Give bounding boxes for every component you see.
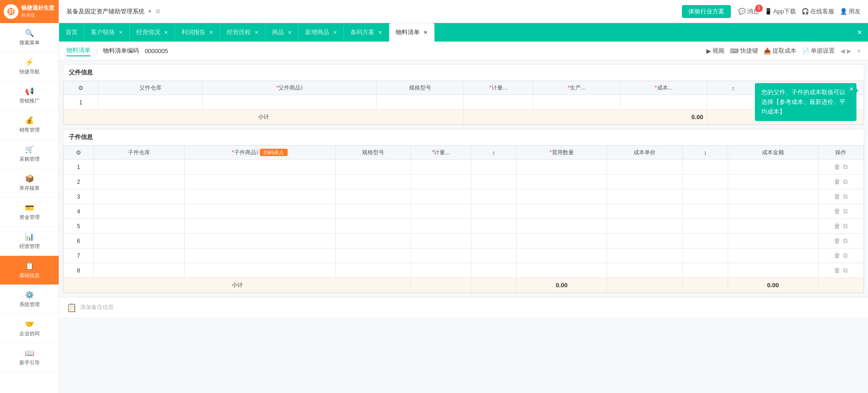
scan-input-btn[interactable]: 扫码录入 [260, 149, 288, 156]
nav-tab-close-5[interactable]: ✕ [288, 30, 292, 36]
copy-icon-0[interactable]: ⧉ [843, 163, 848, 171]
parent-produce-cell[interactable] [533, 95, 620, 110]
delete-icon-5[interactable]: 🗑 [834, 237, 840, 245]
nav-tab-7[interactable]: 条码方案✕ [344, 23, 389, 42]
child-product-2[interactable] [184, 189, 335, 204]
nav-tab-close-1[interactable]: ✕ [119, 30, 123, 36]
copy-icon-2[interactable]: ⧉ [843, 193, 848, 200]
child-qty-4[interactable] [516, 219, 607, 234]
child-spec-7[interactable] [335, 263, 410, 278]
child-cost-2[interactable] [607, 189, 682, 204]
child-product-0[interactable] [184, 160, 335, 175]
extract-cost-btn[interactable]: 📥 提取成本 [764, 47, 796, 55]
nav-tab-0[interactable]: 首页 [59, 23, 84, 42]
nav-tab-close-6[interactable]: ✕ [333, 30, 337, 36]
copy-icon-7[interactable]: ⧉ [843, 266, 848, 274]
copy-icon-5[interactable]: ⧉ [843, 237, 848, 245]
sub-tab-bill[interactable]: 物料清单 [66, 45, 90, 56]
sidebar-item-2[interactable]: 📢营销推广 [0, 81, 59, 110]
shortcut-btn[interactable]: ⌨ 快捷键 [730, 47, 758, 55]
nav-tab-close-2[interactable]: ✕ [164, 30, 168, 36]
next-icon[interactable]: ▶ [847, 48, 851, 54]
child-cost-3[interactable] [607, 204, 682, 219]
child-warehouse-1[interactable] [94, 175, 184, 189]
child-product-7[interactable] [184, 263, 335, 278]
sub-tab-code[interactable]: 物料清单编码 [103, 46, 139, 56]
child-unit-1[interactable] [411, 175, 471, 189]
child-cost-6[interactable] [607, 248, 682, 263]
nav-tab-close-3[interactable]: ✕ [209, 30, 213, 36]
child-product-6[interactable] [184, 248, 335, 263]
child-unit-6[interactable] [411, 248, 471, 263]
user-item[interactable]: 👤 用友 [840, 7, 861, 16]
child-cost-4[interactable] [607, 219, 682, 234]
child-spec-0[interactable] [335, 160, 410, 175]
prev-icon[interactable]: ◀ [840, 48, 845, 54]
child-sort-icon[interactable]: ↕ [492, 149, 495, 156]
sort-icon[interactable]: ↕ [732, 85, 735, 91]
child-warehouse-5[interactable] [94, 234, 184, 248]
child-gear-icon[interactable]: ⚙ [76, 149, 81, 156]
child-warehouse-6[interactable] [94, 248, 184, 263]
nav-tab-close-4[interactable]: ✕ [254, 30, 259, 36]
sidebar-item-0[interactable]: 🔍搜索菜单 [0, 23, 59, 52]
delete-icon-1[interactable]: 🗑 [834, 178, 840, 186]
nav-tab-4[interactable]: 经营历程✕ [220, 23, 265, 42]
dropdown-arrow-icon[interactable]: ▾ [148, 8, 151, 15]
note-icon[interactable]: 📋 [66, 302, 77, 313]
parent-cost-cell[interactable] [620, 95, 707, 110]
nav-tab-2[interactable]: 经营情况✕ [130, 23, 175, 42]
child-qty-2[interactable] [516, 189, 607, 204]
grid-view-icon[interactable]: ≡ [857, 48, 861, 54]
child-product-4[interactable] [184, 219, 335, 234]
nav-tab-close-8[interactable]: ✕ [423, 30, 428, 36]
child-warehouse-4[interactable] [94, 219, 184, 234]
video-btn[interactable]: ▶ 视频 [706, 47, 724, 55]
sidebar-item-4[interactable]: 🛒采购管理 [0, 139, 59, 169]
nav-tab-8[interactable]: 物料清单✕ [389, 23, 434, 42]
close-all-tabs-btn[interactable]: ✕ [851, 29, 868, 36]
trial-btn[interactable]: 体验行业方案 [682, 5, 731, 18]
delete-icon-3[interactable]: 🗑 [834, 207, 840, 215]
sidebar-item-10[interactable]: 🤝企业协同 [0, 314, 59, 343]
sidebar-item-3[interactable]: 💰销售管理 [0, 110, 59, 139]
child-warehouse-0[interactable] [94, 160, 184, 175]
copy-icon-1[interactable]: ⧉ [843, 178, 848, 186]
online-service-item[interactable]: 🎧 在线客服 [802, 7, 834, 16]
child-qty-5[interactable] [516, 234, 607, 248]
nav-tab-5[interactable]: 商品✕ [265, 23, 299, 42]
sidebar-item-9[interactable]: ⚙️系统管理 [0, 285, 59, 314]
delete-icon-4[interactable]: 🗑 [834, 222, 840, 230]
parent-spec-cell[interactable] [377, 95, 464, 110]
sidebar-item-8[interactable]: 📋基础信息 [0, 256, 59, 285]
delete-icon-0[interactable]: 🗑 [834, 163, 840, 171]
nav-tab-1[interactable]: 客户联络✕ [84, 23, 130, 42]
sidebar-item-1[interactable]: ⚡快捷导航 [0, 52, 59, 81]
sidebar-item-11[interactable]: 📖新手引导 [0, 343, 59, 372]
child-product-5[interactable] [184, 234, 335, 248]
nav-tab-3[interactable]: 利润报告✕ [175, 23, 220, 42]
child-spec-6[interactable] [335, 248, 410, 263]
sidebar-item-5[interactable]: 📦库存核算 [0, 169, 59, 198]
nav-tab-6[interactable]: 新增商品✕ [299, 23, 344, 42]
child-unit-0[interactable] [411, 160, 471, 175]
parent-unit-cell[interactable] [464, 95, 533, 110]
child-product-3[interactable] [184, 204, 335, 219]
child-warehouse-3[interactable] [94, 204, 184, 219]
tooltip-close-btn[interactable]: ✕ [849, 85, 854, 94]
copy-icon-4[interactable]: ⧉ [843, 222, 848, 230]
child-cost-5[interactable] [607, 234, 682, 248]
child-spec-1[interactable] [335, 175, 410, 189]
copy-icon-6[interactable]: ⧉ [843, 252, 848, 260]
child-qty-0[interactable] [516, 160, 607, 175]
child-warehouse-7[interactable] [94, 263, 184, 278]
delete-icon-6[interactable]: 🗑 [834, 252, 840, 260]
settings-icon[interactable]: ⚙ [155, 8, 161, 15]
child-unit-2[interactable] [411, 189, 471, 204]
delete-icon-7[interactable]: 🗑 [834, 266, 840, 274]
child-warehouse-2[interactable] [94, 189, 184, 204]
child-spec-5[interactable] [335, 234, 410, 248]
child-sort2-icon[interactable]: ↕ [704, 149, 707, 156]
child-spec-3[interactable] [335, 204, 410, 219]
nav-tab-close-7[interactable]: ✕ [378, 30, 382, 36]
